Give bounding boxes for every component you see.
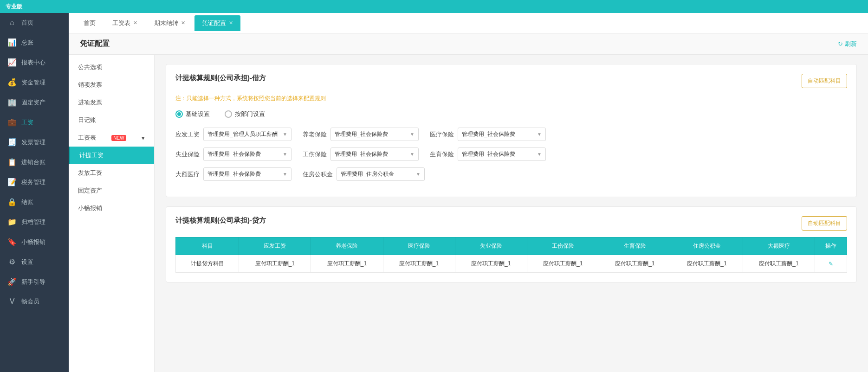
sidebar-label-guide: 新手引导 <box>21 278 45 286</box>
tab-voucher-config[interactable]: 凭证配置✕ <box>194 15 240 31</box>
tab-close-period-close[interactable]: ✕ <box>181 20 185 26</box>
sub-menu-item-issue-payroll[interactable]: 发放工资 <box>69 164 154 182</box>
th-major-medical: 大额医疗 <box>743 237 815 255</box>
field-maternity: 生育保险 管理费用_社会保险费 ▼ <box>430 148 546 161</box>
sidebar-item-close-accounts[interactable]: 🔒结账 <box>0 192 69 212</box>
field-work-injury: 工伤保险 管理费用_社会保险费 ▼ <box>303 148 419 161</box>
sidebar-item-tax[interactable]: 📝税务管理 <box>0 172 69 192</box>
sidebar-item-fixed-assets[interactable]: 🏢固定资产 <box>0 92 69 112</box>
sidebar-label-tax: 税务管理 <box>21 178 45 186</box>
sidebar-label-home: 首页 <box>21 19 33 27</box>
th-maternity: 生育保险 <box>599 237 671 255</box>
sidebar-item-home[interactable]: ⌂首页 <box>0 13 69 32</box>
sub-menu-label-journal: 日记账 <box>78 116 96 124</box>
sidebar-icon-close-accounts: 🔒 <box>7 198 17 206</box>
tab-label-payroll-table: 工资表 <box>112 19 130 27</box>
sidebar-icon-member: V <box>7 297 17 306</box>
edit-icon[interactable]: ✎ <box>829 261 833 267</box>
td-action[interactable]: ✎ <box>815 255 847 273</box>
sub-menu-item-xcreport[interactable]: 小畅报销 <box>69 199 154 217</box>
debit-form-row-1: 应发工资 管理费用_管理人员职工薪酬 ▼ 养老保险 管理费用_社会保险费 ▼ <box>175 128 847 141</box>
debit-auto-match-button[interactable]: 自动匹配科目 <box>802 74 847 88</box>
sidebar-item-guide[interactable]: 🚀新手引导 <box>0 272 69 292</box>
select-work-injury[interactable]: 管理费用_社会保险费 ▼ <box>330 148 419 161</box>
select-work-injury-value: 管理费用_社会保险费 <box>335 150 388 158</box>
td-unemployment: 应付职工薪酬_1 <box>455 255 527 273</box>
content-area: 首页工资表✕期末结转✕凭证配置✕ 凭证配置 ↻ 刷新 公共选项销项发票进项发票日… <box>69 13 868 372</box>
debit-title: 计提核算规则(公司承担)-借方 <box>175 74 266 83</box>
select-unemployment[interactable]: 管理费用_社会保险费 ▼ <box>203 148 291 161</box>
refresh-button[interactable]: ↻ 刷新 <box>838 40 857 48</box>
select-salary[interactable]: 管理费用_管理人员职工薪酬 ▼ <box>203 128 291 141</box>
tab-period-close[interactable]: 期末结转✕ <box>147 15 193 31</box>
sidebar-label-xcreport: 小畅报销 <box>21 238 45 246</box>
sub-menu-item-public-options[interactable]: 公共选项 <box>69 58 154 76</box>
sub-menu-label-purchase-invoice: 进项发票 <box>78 98 102 107</box>
sidebar-item-general-ledger[interactable]: 📊总账 <box>0 32 69 52</box>
td-medical: 应付职工薪酬_1 <box>383 255 455 273</box>
debit-radio-group: 基础设置 按部门设置 <box>175 110 847 118</box>
select-medical[interactable]: 管理费用_社会保险费 ▼ <box>458 128 546 141</box>
label-housing-fund: 住房公积金 <box>303 170 333 179</box>
main-content: 计提核算规则(公司承担)-借方 自动匹配科目 注：只能选择一种方式，系统将按照您… <box>155 55 868 372</box>
tab-bar: 首页工资表✕期末结转✕凭证配置✕ <box>69 13 868 33</box>
radio-basic-circle <box>175 110 183 118</box>
sidebar-icon-guide: 🚀 <box>7 277 17 286</box>
radio-department[interactable]: 按部门设置 <box>225 110 265 118</box>
sidebar-item-purchase-sale[interactable]: 📋进销台账 <box>0 152 69 172</box>
select-pension[interactable]: 管理费用_社会保险费 ▼ <box>330 128 419 141</box>
content-with-sidebar: 公共选项销项发票进项发票日记账工资表NEW▾计提工资发放工资固定资产小畅报销 计… <box>69 55 868 372</box>
th-work-injury: 工伤保险 <box>527 237 599 255</box>
sub-menu-item-payroll-table[interactable]: 工资表NEW▾ <box>69 129 154 147</box>
credit-auto-match-button[interactable]: 自动匹配科目 <box>802 216 847 231</box>
sidebar-icon-purchase-sale: 📋 <box>7 158 17 167</box>
sub-menu-item-journal[interactable]: 日记账 <box>69 111 154 129</box>
field-pension: 养老保险 管理费用_社会保险费 ▼ <box>303 128 419 141</box>
select-maternity[interactable]: 管理费用_社会保险费 ▼ <box>458 148 546 161</box>
td-work-injury: 应付职工薪酬_1 <box>527 255 599 273</box>
tab-home[interactable]: 首页 <box>76 15 103 31</box>
top-bar: 专业版 <box>0 0 868 13</box>
select-maternity-arrow: ▼ <box>537 152 542 157</box>
sub-menu-item-purchase-invoice[interactable]: 进项发票 <box>69 94 154 111</box>
select-housing-fund-value: 管理费用_住房公积金 <box>341 170 394 178</box>
sidebar-item-capital[interactable]: 💰资金管理 <box>0 72 69 92</box>
select-maternity-value: 管理费用_社会保险费 <box>462 150 515 158</box>
td-pension: 应付职工薪酬_1 <box>311 255 383 273</box>
tab-close-voucher-config[interactable]: ✕ <box>229 20 233 26</box>
sidebar-item-archive[interactable]: 📁归档管理 <box>0 212 69 232</box>
select-salary-value: 管理费用_管理人员职工薪酬 <box>207 130 278 138</box>
debit-form-row-2: 失业保险 管理费用_社会保险费 ▼ 工伤保险 管理费用_社会保险费 ▼ <box>175 148 847 161</box>
tab-payroll-table[interactable]: 工资表✕ <box>105 15 145 31</box>
sidebar-icon-xcreport: 🔖 <box>7 237 17 246</box>
sub-menu-item-fixed-assets[interactable]: 固定资产 <box>69 182 154 199</box>
sub-menu-label-public-options: 公共选项 <box>78 63 102 71</box>
tab-close-payroll-table[interactable]: ✕ <box>133 20 137 26</box>
sidebar-item-member[interactable]: V畅会员 <box>0 292 69 311</box>
td-major-medical: 应付职工薪酬_1 <box>743 255 815 273</box>
sidebar-label-close-accounts: 结账 <box>21 198 33 206</box>
label-pension: 养老保险 <box>303 130 327 139</box>
th-medical: 医疗保险 <box>383 237 455 255</box>
td-housing: 应付职工薪酬_1 <box>671 255 743 273</box>
sub-menu-item-sales-invoice[interactable]: 销项发票 <box>69 76 154 94</box>
sidebar-item-payroll[interactable]: 💼工资 <box>0 112 69 132</box>
sidebar-item-report-center[interactable]: 📈报表中心 <box>0 52 69 72</box>
select-housing-fund[interactable]: 管理费用_住房公积金 ▼ <box>337 167 425 181</box>
sidebar-icon-fixed-assets: 🏢 <box>7 98 17 107</box>
sub-menu-item-calc-payroll[interactable]: 计提工资 <box>69 147 154 164</box>
th-housing: 住房公积金 <box>671 237 743 255</box>
radio-basic[interactable]: 基础设置 <box>175 110 210 118</box>
th-action: 操作 <box>815 237 847 255</box>
select-pension-value: 管理费用_社会保险费 <box>335 130 388 138</box>
sidebar-item-xcreport[interactable]: 🔖小畅报销 <box>0 232 69 252</box>
credit-section: 计提核算规则(公司承担)-贷方 自动匹配科目 科目 应发工资 养老保险 医疗保险… <box>166 206 857 282</box>
debit-note: 注：只能选择一种方式，系统将按照您当前的选择来配置规则 <box>175 95 847 103</box>
sidebar-item-invoice[interactable]: 🧾发票管理 <box>0 132 69 152</box>
sidebar-icon-settings: ⚙ <box>7 257 17 266</box>
sidebar-item-settings[interactable]: ⚙设置 <box>0 252 69 272</box>
select-major-medical[interactable]: 管理费用_社会保险费 ▼ <box>203 167 291 181</box>
select-medical-value: 管理费用_社会保险费 <box>462 130 515 138</box>
page-header: 凭证配置 ↻ 刷新 <box>69 33 868 55</box>
sub-menu-label-payroll-table: 工资表 <box>78 134 96 142</box>
